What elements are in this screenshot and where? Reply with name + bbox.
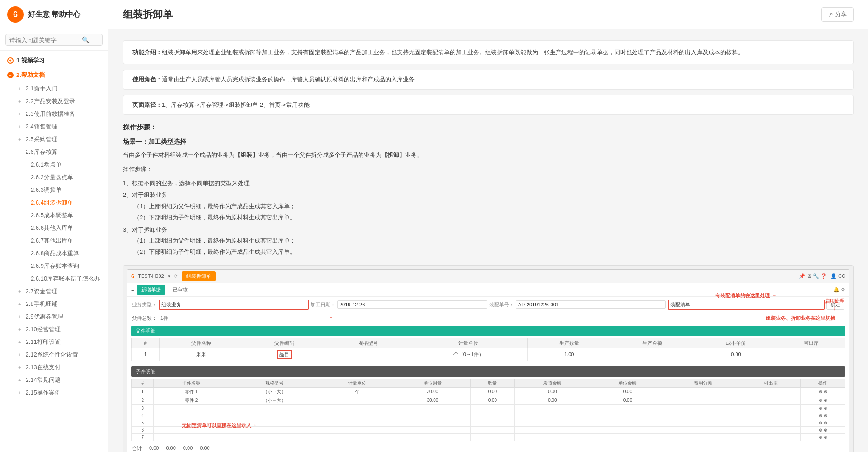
- sidebar-item-inventory[interactable]: − 2.6库存核算: [13, 146, 108, 158]
- sidebar-item-install[interactable]: + 2.2产品安装及登录: [13, 95, 108, 108]
- sim-field-date-label: 加工日期：: [311, 301, 335, 308]
- sidebar-item-docs[interactable]: − 2.帮助文档: [0, 68, 108, 82]
- sidebar-item-label: 2.1新手入门: [25, 85, 57, 93]
- article-content: 功能介绍：组装拆卸单用来处理企业组装或拆卸等加工业务，支持有固定装配清单的产品加…: [108, 29, 868, 452]
- sidebar-item-stocktake[interactable]: 2.6.1盘点单: [25, 158, 108, 171]
- child-table-row: 1 零件 1 （小→大） 个 30.00 0.00 0.00 0.00: [132, 387, 845, 396]
- arrow-down-icon: ↓: [833, 305, 836, 312]
- sidebar-item-coupon[interactable]: + 2.9优惠券管理: [13, 310, 108, 323]
- sidebar-item-mobile[interactable]: + 2.8手机旺铺: [13, 298, 108, 310]
- sim-nav-icon: ≡: [131, 287, 134, 292]
- footer-val1: 0.00: [149, 445, 159, 452]
- plus-icon: +: [18, 352, 21, 357]
- child-cell-num: 1: [132, 387, 154, 396]
- sidebar-item-purchase[interactable]: + 2.5采购管理: [13, 133, 108, 146]
- sim-user: 👤 CC: [830, 273, 845, 279]
- annotation-manual: 无固定清单可以直接在这里录入 ↑: [182, 422, 256, 429]
- sim-field-orderno-value[interactable]: AD-20191226-001: [516, 300, 666, 309]
- child-cell-ops[interactable]: ⊕ ⊗: [801, 387, 845, 396]
- sidebar-item-label: 2.9优惠券管理: [25, 313, 63, 321]
- annotation-switch-text: 组装业务、拆卸业务在这里切换: [766, 315, 835, 322]
- child-cell-ops[interactable]: ⊕ ⊗: [801, 419, 845, 426]
- footer-label: 合计: [132, 445, 142, 452]
- sidebar-item-label: 2.6.9库存账本查询: [31, 262, 79, 270]
- sidebar-item-custom[interactable]: + 2.12系统个性化设置: [13, 348, 108, 361]
- sidebar-item-otherin[interactable]: 2.6.6其他入库单: [25, 222, 108, 234]
- child-cell-ops[interactable]: ⊕ ⊗: [801, 412, 845, 419]
- sidebar-item-sales[interactable]: + 2.4销售管理: [13, 120, 108, 133]
- sidebar-item-label: 2.3使用前数据准备: [25, 110, 75, 118]
- child-cell-ops[interactable]: ⊕ ⊗: [801, 426, 845, 433]
- ops-intro: 操作步骤：: [123, 164, 854, 175]
- child-cell-unit: 个: [320, 387, 395, 396]
- footer-val4: 0.00: [200, 445, 209, 452]
- sidebar-item-adjust[interactable]: 2.6.3调拨单: [25, 184, 108, 196]
- sim-qty-value: 1件: [160, 315, 168, 322]
- sim-top-bar: 6 TEST-H002 ▾ ⟳ 组装拆卸单 📌 🖥 🔧 ❓ 👤 CC: [127, 270, 849, 283]
- arrow-up-icon: ↑: [330, 314, 333, 322]
- sim-qty-label: 父件总数：: [132, 315, 157, 322]
- sidebar-item-label: 2.6.6其他入库单: [31, 224, 73, 232]
- sidebar-item-cases[interactable]: + 2.15操作案例: [13, 386, 108, 399]
- sidebar-item-newbie[interactable]: + 2.1新手入门: [13, 82, 108, 95]
- sim-assembly-list-btn[interactable]: 装配清单: [668, 300, 825, 310]
- sim-field-type: 业务类型： 组装业务: [132, 300, 309, 310]
- sidebar-item-label: 2.6.3调拨单: [31, 186, 61, 194]
- sidebar-item-finance[interactable]: + 2.7资金管理: [13, 285, 108, 298]
- plus-icon: +: [18, 124, 21, 129]
- child-table-row: 4 ⊕ ⊗: [132, 412, 845, 419]
- sidebar-item-onlinepay[interactable]: + 2.13在线支付: [13, 361, 108, 374]
- scene1-label: 场景一：加工类型选择: [123, 138, 854, 146]
- sidebar-item-stocktake2[interactable]: 2.6.2分量盘点单: [25, 171, 108, 184]
- sidebar-item-costadjust[interactable]: 2.6.5成本调整单: [25, 209, 108, 222]
- sidebar-item-operation[interactable]: + 2.10经营管理: [13, 323, 108, 336]
- sim-field-date-value[interactable]: 2019-12-26: [337, 300, 487, 309]
- cell-num: 1: [132, 348, 160, 361]
- function-intro-label: 功能介绍：: [132, 49, 162, 56]
- search-icon[interactable]: 🔍: [82, 36, 90, 43]
- sim-tab-new[interactable]: 新增单据: [137, 285, 165, 295]
- step3-sub1: （1）上部明细为父件明细，最终作为原材料生成其它出库单；: [123, 235, 854, 247]
- sim-qty-row: 父件总数： 1件 组装业务、拆卸业务在这里切换 ↑: [127, 313, 849, 324]
- sidebar-item-data[interactable]: + 2.3使用前数据准备: [13, 108, 108, 120]
- sidebar-item-stockcheck[interactable]: 2.6.9库存账本查询: [25, 260, 108, 272]
- child-cell-ops[interactable]: ⊕ ⊗: [801, 404, 845, 412]
- sim-tab-approved[interactable]: 已审核: [168, 285, 192, 295]
- sidebar-item-costcalc[interactable]: 2.6.8商品成本重算: [25, 247, 108, 260]
- sidebar-item-otherout[interactable]: 2.6.7其他出库单: [25, 234, 108, 247]
- col-parent-name: 父件名称: [159, 338, 243, 348]
- child-table-row: 3 ⊕ ⊗: [132, 404, 845, 412]
- cell-code: 品目: [243, 348, 326, 361]
- search-input[interactable]: [9, 37, 82, 43]
- cell-name: 米米: [159, 348, 243, 361]
- step2: 2、对于组装业务 （1）上部明细为父件明细，最终作为产成品生成其它入库单； （2…: [123, 190, 854, 223]
- sidebar-item-assembly[interactable]: 2.6.4组装拆卸单: [25, 196, 108, 209]
- plus-icon: +: [18, 86, 21, 91]
- footer-val3: 0.00: [183, 445, 193, 452]
- sidebar-nav: + 1.视频学习 − 2.帮助文档 + 2.1新手入门 + 2.2产品安装及登录…: [0, 51, 108, 452]
- sidebar-item-stockerr[interactable]: 2.6.10库存账本错了怎么办: [25, 272, 108, 285]
- child-cell-spec: （小→大）: [229, 396, 320, 404]
- child-cell-num: 6: [132, 426, 154, 433]
- sidebar-item-label: 2.6.4组装拆卸单: [31, 199, 73, 207]
- plus-icon: +: [18, 289, 21, 294]
- sim-field-date: 加工日期： 2019-12-26: [311, 300, 487, 310]
- child-cell-spec: （小→大）: [229, 387, 320, 396]
- sim-field-type-value[interactable]: 组装业务: [159, 300, 309, 310]
- child-table-row: 7 ⊕ ⊗: [132, 433, 845, 441]
- child-col-avail: 可出库: [741, 379, 801, 387]
- sim-app: 6 TEST-H002 ▾ ⟳ 组装拆卸单 📌 🖥 🔧 ❓ 👤 CC ≡ 新增单…: [127, 269, 849, 452]
- share-button[interactable]: ↗ 分享: [821, 7, 854, 22]
- sidebar-item-video[interactable]: + 1.视频学习: [0, 53, 108, 68]
- child-cell-alloc: [665, 396, 741, 404]
- sim-orange-button[interactable]: 组装拆卸单: [182, 271, 216, 281]
- main-header: 组装拆卸单 ↗ 分享: [108, 0, 868, 29]
- child-cell-ops[interactable]: ⊕ ⊗: [801, 433, 845, 441]
- child-cell-ops[interactable]: ⊕ ⊗: [801, 396, 845, 404]
- step2-sub1: （1）上部明细为父件明细，最终作为产成品生成其它入库单；: [123, 201, 854, 212]
- sidebar-item-label: 2.4销售管理: [25, 123, 57, 131]
- child-cell-alloc: [665, 387, 741, 396]
- sidebar-item-faq[interactable]: + 2.14常见问题: [13, 374, 108, 386]
- sidebar-item-print[interactable]: + 2.11打印设置: [13, 336, 108, 348]
- col-qty: 生产数量: [527, 338, 611, 348]
